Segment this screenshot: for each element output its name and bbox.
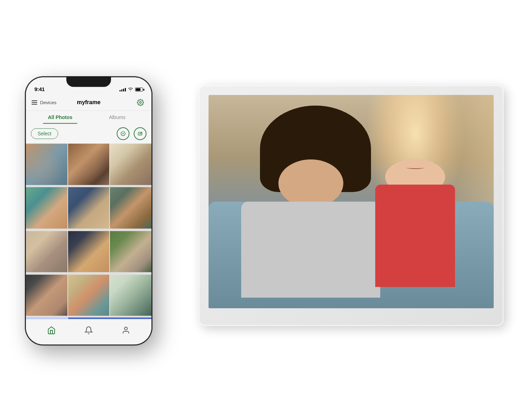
phone-notch xyxy=(66,76,111,87)
signal-icon xyxy=(120,88,126,91)
scene: 9:41 xyxy=(18,14,514,397)
home-icon xyxy=(47,326,56,334)
svg-point-5 xyxy=(124,327,127,330)
phone-device: 9:41 xyxy=(25,76,153,345)
nav-notifications-button[interactable] xyxy=(81,322,96,338)
woman-face xyxy=(278,159,343,207)
svg-marker-2 xyxy=(123,133,124,135)
photo-10[interactable] xyxy=(26,275,67,316)
battery-icon xyxy=(135,88,143,91)
child-smile xyxy=(406,166,425,169)
nav-home-button[interactable] xyxy=(44,322,59,338)
photo-1[interactable] xyxy=(26,143,67,185)
status-icons xyxy=(120,87,143,92)
wifi-icon xyxy=(128,87,133,92)
slideshow-button[interactable] xyxy=(117,127,129,140)
nav-profile-button[interactable] xyxy=(118,322,134,338)
action-row: Select xyxy=(26,124,151,143)
frame-photo xyxy=(209,95,494,308)
svg-point-0 xyxy=(140,102,142,103)
photo-2[interactable] xyxy=(68,143,110,185)
child-body xyxy=(375,185,455,287)
bell-icon xyxy=(84,326,93,334)
select-button[interactable]: Select xyxy=(31,128,58,139)
photo-8[interactable] xyxy=(68,231,110,272)
photo-12[interactable] xyxy=(110,275,151,316)
gear-icon xyxy=(137,99,144,106)
phone-screen: 9:41 xyxy=(26,77,151,344)
photo-6[interactable] xyxy=(110,187,151,229)
photo-4[interactable] xyxy=(26,187,67,229)
photo-grid xyxy=(26,143,151,317)
photo-3[interactable] xyxy=(110,143,151,185)
scroll-indicator xyxy=(26,317,151,319)
photo-9[interactable] xyxy=(110,231,151,272)
header-left: Devices xyxy=(32,100,56,105)
bottom-nav xyxy=(26,319,151,344)
devices-link[interactable]: Devices xyxy=(40,100,56,105)
photo-11[interactable] xyxy=(68,275,110,316)
profile-icon xyxy=(122,326,130,334)
play-icon xyxy=(121,131,126,136)
frame-child xyxy=(365,159,465,287)
woman-body xyxy=(241,202,380,298)
menu-icon[interactable] xyxy=(32,100,37,105)
digital-photo-frame xyxy=(199,85,504,326)
settings-button[interactable] xyxy=(135,97,146,108)
tab-albums[interactable]: Albums xyxy=(89,111,146,124)
tab-all-photos[interactable]: All Photos xyxy=(32,111,89,124)
tab-bar: All Photos Albums xyxy=(26,111,151,124)
status-time: 9:41 xyxy=(34,86,45,92)
frame-name-label: myframe xyxy=(77,99,101,106)
svg-point-4 xyxy=(141,133,142,133)
add-photo-icon xyxy=(138,131,143,136)
frame-display xyxy=(209,95,494,308)
photo-7[interactable] xyxy=(26,231,67,272)
photo-5[interactable] xyxy=(68,187,110,229)
app-header: Devices myframe xyxy=(26,94,151,111)
add-photo-button[interactable] xyxy=(134,127,146,140)
